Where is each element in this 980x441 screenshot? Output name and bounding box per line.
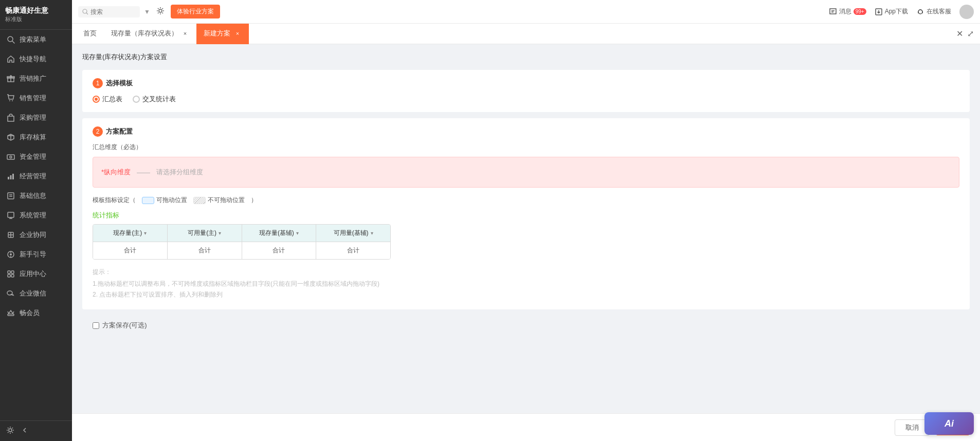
stats-col-header-3[interactable]: 可用量(基辅) ▾	[316, 225, 390, 242]
svg-point-5	[9, 100, 10, 101]
topbar-dropdown-icon[interactable]: ▼	[144, 8, 150, 15]
svg-rect-29	[11, 271, 14, 273]
sidebar-item-operation[interactable]: 经营管理	[0, 167, 72, 186]
online-service-label: 在线客服	[927, 7, 951, 16]
online-service-btn[interactable]: 在线客服	[916, 7, 951, 16]
step1-title: 选择模板	[106, 79, 133, 88]
user-avatar[interactable]	[959, 5, 974, 19]
tab-new-schema[interactable]: 新建方案 ×	[196, 24, 249, 44]
dimension-dash: ——	[137, 169, 150, 176]
sidebar-item-system[interactable]: 系统管理	[0, 206, 72, 225]
stats-body-col-1: 合计	[168, 242, 242, 259]
sidebar-label-guide: 新手引导	[20, 250, 46, 259]
ai-badge[interactable]: Ai	[924, 412, 974, 435]
sidebar-footer	[0, 420, 72, 441]
stats-body-col-0: 合计	[93, 242, 168, 259]
sidebar-label-wechat: 企业微信	[20, 289, 46, 298]
sidebar-item-finance[interactable]: 资金管理	[0, 147, 72, 167]
sidebar-label-basic-info: 基础信息	[20, 191, 46, 200]
svg-rect-31	[11, 274, 14, 277]
topbar-gear-icon[interactable]	[156, 7, 165, 16]
radio-summary[interactable]: 汇总表	[93, 95, 122, 104]
svg-rect-28	[8, 271, 10, 273]
box-icon	[6, 133, 15, 142]
topbar-right: 消息 99+ App下载 在线客服	[829, 5, 974, 19]
list-icon	[6, 191, 15, 200]
save-label[interactable]: 方案保存(可选)	[102, 321, 147, 330]
sidebar-item-quick-nav[interactable]: 快捷导航	[0, 49, 72, 69]
radio-summary-circle	[93, 96, 100, 103]
stats-col-header-1[interactable]: 可用量(主) ▾	[168, 225, 242, 242]
search-input[interactable]	[90, 8, 132, 15]
tips-item-0: 1.拖动标题栏可以调整布局，不可跨维度或指标区域拖动栏目字段(只能在同一维度或指…	[93, 280, 959, 288]
radio-cross-circle	[133, 96, 140, 103]
stats-table-header: 现存量(主) ▾ 可用量(主) ▾	[93, 225, 390, 242]
sidebar-item-guide[interactable]: 新手引导	[0, 245, 72, 264]
sidebar-item-sales[interactable]: 销售管理	[0, 88, 72, 108]
message-icon	[829, 8, 837, 16]
sidebar-item-marketing[interactable]: 营销推广	[0, 69, 72, 88]
svg-rect-12	[8, 177, 9, 179]
search-box[interactable]	[78, 6, 140, 17]
system-icon	[6, 211, 15, 220]
step1-num: 1	[93, 78, 103, 88]
sidebar-item-app-center[interactable]: 应用中心	[0, 264, 72, 284]
sidebar-item-wechat[interactable]: 企业微信	[0, 284, 72, 303]
sidebar-item-search-menu[interactable]: 搜索菜单	[0, 30, 72, 49]
gift-icon	[6, 74, 15, 83]
svg-point-35	[83, 9, 87, 13]
save-checkbox[interactable]	[93, 322, 99, 329]
sidebar-item-vip[interactable]: 畅会员	[0, 303, 72, 323]
sidebar-label-sales: 销售管理	[20, 94, 46, 103]
tab-inventory-close[interactable]: ×	[181, 29, 189, 38]
stats-body-col-3: 合计	[316, 242, 390, 259]
svg-line-36	[86, 13, 88, 14]
svg-rect-40	[918, 12, 919, 13]
sidebar-item-inventory[interactable]: 库存核算	[0, 127, 72, 147]
stats-col-header-0[interactable]: 现存量(主) ▾	[93, 225, 167, 242]
headset-icon	[916, 8, 924, 16]
tab-new-schema-label: 新建方案	[204, 29, 230, 38]
stats-col-header-label-2: 现存量(基辅)	[259, 229, 294, 237]
sidebar-label-quick-nav: 快捷导航	[20, 54, 46, 64]
message-btn[interactable]: 消息 99+	[829, 7, 866, 16]
step2-title: 方案配置	[106, 127, 133, 136]
sidebar-label-app-center: 应用中心	[20, 269, 46, 279]
vip-icon	[6, 308, 15, 318]
sidebar-item-basic-info[interactable]: 基础信息	[0, 186, 72, 206]
sidebar-item-purchase[interactable]: 采购管理	[0, 108, 72, 127]
search-icon	[6, 35, 15, 44]
sidebar-label-search-menu: 搜索菜单	[20, 35, 46, 44]
tab-inventory-status[interactable]: 现存量（库存状况表） ×	[104, 24, 196, 44]
content-area: 现存量(库存状况表)方案设置 1 选择模板 汇总表 交叉统计表	[72, 44, 980, 413]
app-version: 标准版	[5, 15, 67, 23]
home-icon	[6, 54, 15, 64]
tab-inventory-label: 现存量（库存状况表）	[111, 29, 178, 38]
template-suffix: ）	[251, 196, 257, 205]
topbar-search-icon	[82, 9, 88, 15]
step1-section: 1 选择模板 汇总表 交叉统计表	[82, 70, 970, 112]
tab-new-schema-close[interactable]: ×	[233, 29, 242, 38]
stats-col-header-2[interactable]: 现存量(基辅) ▾	[242, 225, 316, 242]
sidebar-label-inventory: 库存核算	[20, 133, 46, 142]
collapse-icon[interactable]	[21, 426, 29, 436]
trial-btn[interactable]: 体验行业方案	[171, 5, 220, 19]
chart-icon	[6, 172, 15, 181]
template-radio-group: 汇总表 交叉统计表	[93, 95, 959, 104]
panel-close-icon[interactable]: ✕	[956, 29, 963, 39]
tab-home[interactable]: 首页	[76, 24, 104, 44]
svg-line-1	[12, 41, 14, 43]
wechat-icon	[6, 289, 15, 298]
money-icon	[6, 152, 15, 161]
step1-badge: 1 选择模板	[93, 78, 133, 88]
radio-cross[interactable]: 交叉统计表	[133, 95, 176, 104]
sidebar-label-vip: 畅会员	[20, 308, 40, 318]
sidebar-item-enterprise[interactable]: 企业协同	[0, 225, 72, 245]
panel-expand-icon[interactable]: ⤢	[967, 29, 974, 39]
settings-icon[interactable]	[6, 426, 14, 436]
sidebar-label-enterprise: 企业协同	[20, 230, 46, 240]
sidebar-label-marketing: 营销推广	[20, 74, 46, 83]
main-area: ▼ 体验行业方案 消息 99+ App下载 在线客服 首页	[72, 0, 980, 441]
dimension-area[interactable]: *纵向维度 —— 请选择分组维度	[93, 157, 959, 188]
app-download-btn[interactable]: App下载	[875, 7, 908, 16]
